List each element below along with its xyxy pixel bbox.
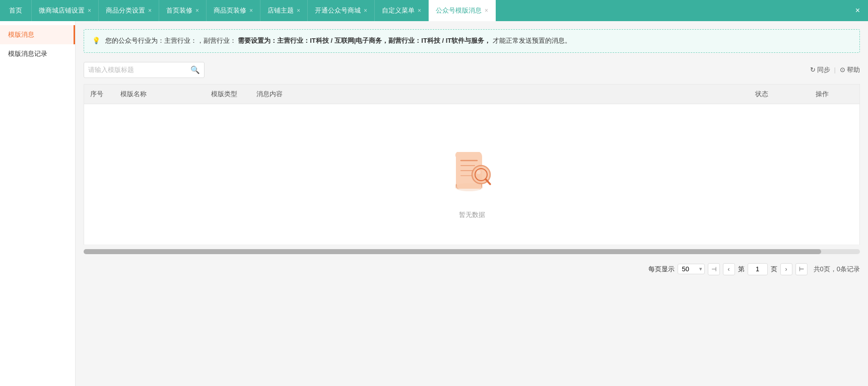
- prev-page-button[interactable]: ‹: [723, 263, 735, 275]
- sidebar: 模版消息 模版消息记录: [0, 21, 76, 386]
- toolbar-right: ↻ 同步 | ⊙ 帮助: [810, 65, 860, 74]
- last-page-button[interactable]: ⊢: [795, 263, 808, 275]
- sidebar-item-template-msg-record-label: 模版消息记录: [8, 50, 47, 57]
- close-icon-category[interactable]: ×: [148, 7, 152, 14]
- nav-tab-template-msg[interactable]: 公众号模版消息 ×: [429, 0, 496, 21]
- scrollbar-thumb[interactable]: [84, 249, 821, 254]
- col-header-index: 序号: [84, 84, 114, 104]
- nav-tab-shop-settings[interactable]: 微商城店铺设置 ×: [32, 0, 99, 21]
- page-number-input[interactable]: [748, 263, 768, 275]
- nav-tab-menu[interactable]: 自定义菜单 ×: [375, 0, 429, 21]
- notice-banner: 💡 您的公众号行业为：主营行业：，副营行业： 需要设置为：主营行业：IT科技 /…: [84, 29, 860, 53]
- pagination-row: 每页显示 50 20 100 ▾ ⊣ ‹ 第 页 › ⊢ 共0页，0条记录: [84, 258, 860, 277]
- nav-tab-mall[interactable]: 开通公众号商城 ×: [308, 0, 375, 21]
- close-icon-homepage[interactable]: ×: [195, 7, 199, 14]
- search-input-wrap: 🔍: [84, 62, 205, 78]
- data-table: 序号 模版名称 模版类型 消息内容 状态 操作: [84, 84, 860, 245]
- col-header-name: 模版名称: [114, 84, 205, 104]
- nav-tab-theme[interactable]: 店铺主题 ×: [260, 0, 308, 21]
- table-header-row: 序号 模版名称 模版类型 消息内容 状态 操作: [84, 84, 860, 104]
- sidebar-item-template-msg-label: 模版消息: [8, 31, 34, 38]
- nav-tab-mall-label: 开通公众号商城: [315, 6, 361, 15]
- close-icon-mall[interactable]: ×: [364, 7, 367, 14]
- content-area: 💡 您的公众号行业为：主营行业：，副营行业： 需要设置为：主营行业：IT科技 /…: [76, 21, 868, 386]
- first-page-button[interactable]: ⊣: [708, 263, 720, 275]
- nav-tab-category[interactable]: 商品分类设置 ×: [99, 0, 159, 21]
- close-icon-product-page[interactable]: ×: [249, 7, 253, 14]
- nav-tab-home[interactable]: 首页: [0, 0, 32, 21]
- per-page-select[interactable]: 50 20 100: [678, 264, 705, 274]
- page-suffix: 页: [771, 265, 777, 274]
- top-nav: 首页 微商城店铺设置 × 商品分类设置 × 首页装修 × 商品页装修 × 店铺主…: [0, 0, 868, 21]
- global-close-button[interactable]: ×: [847, 0, 868, 21]
- total-info: 共0页，0条记录: [814, 265, 860, 274]
- sync-button[interactable]: ↻ 同步: [810, 65, 830, 74]
- sidebar-item-template-msg[interactable]: 模版消息: [0, 25, 75, 44]
- empty-state-illustration: [442, 139, 502, 200]
- col-header-action: 操作: [810, 84, 860, 104]
- nav-tab-homepage-label: 首页装修: [166, 6, 192, 15]
- empty-text: 暂无数据: [90, 210, 853, 219]
- per-page-select-wrap: 50 20 100 ▾: [678, 264, 705, 274]
- sync-icon: ↻: [810, 66, 816, 73]
- nav-tab-menu-label: 自定义菜单: [382, 6, 415, 15]
- col-header-type: 模版类型: [205, 84, 250, 104]
- search-bar-row: 🔍 ↻ 同步 | ⊙ 帮助: [84, 62, 860, 78]
- next-page-button[interactable]: ›: [780, 263, 792, 275]
- nav-tab-product-page[interactable]: 商品页装修 ×: [207, 0, 260, 21]
- toolbar-divider: |: [834, 66, 836, 73]
- col-header-content: 消息内容: [250, 84, 749, 104]
- help-label: 帮助: [847, 65, 860, 74]
- help-button[interactable]: ⊙ 帮助: [840, 65, 860, 74]
- main-layout: 模版消息 模版消息记录 💡 您的公众号行业为：主营行业：，副营行业： 需要设置为…: [0, 21, 868, 386]
- close-icon-template-msg[interactable]: ×: [485, 7, 488, 14]
- empty-state: 暂无数据: [90, 109, 853, 240]
- sync-label: 同步: [817, 65, 830, 74]
- close-icon-menu[interactable]: ×: [418, 7, 421, 14]
- svg-point-8: [477, 170, 481, 174]
- nav-tab-category-label: 商品分类设置: [106, 6, 145, 15]
- horizontal-scrollbar[interactable]: [84, 249, 860, 254]
- search-input[interactable]: [88, 66, 188, 73]
- page-label: 第: [738, 265, 745, 274]
- nav-tab-shop-settings-label: 微商城店铺设置: [39, 6, 85, 15]
- notice-icon: 💡: [92, 37, 100, 44]
- empty-state-row: 暂无数据: [84, 104, 860, 245]
- close-icon-shop-settings[interactable]: ×: [88, 7, 91, 14]
- notice-prefix: 您的公众号行业为：主营行业：，副营行业：: [105, 37, 236, 44]
- nav-tab-theme-label: 店铺主题: [268, 6, 294, 15]
- sidebar-item-template-msg-record[interactable]: 模版消息记录: [0, 44, 75, 63]
- notice-suffix: 才能正常发送预置的消息。: [493, 37, 571, 44]
- notice-highlight: 需要设置为：主营行业：IT科技 / 互联网|电子商务，副营行业：IT科技 / I…: [238, 37, 491, 44]
- empty-state-cell: 暂无数据: [84, 104, 860, 245]
- nav-tab-product-page-label: 商品页装修: [214, 6, 246, 15]
- nav-tab-home-label: 首页: [9, 6, 22, 15]
- col-header-status: 状态: [749, 84, 810, 104]
- search-icon[interactable]: 🔍: [190, 65, 200, 74]
- nav-tab-template-msg-label: 公众号模版消息: [436, 6, 482, 15]
- help-icon: ⊙: [840, 66, 845, 73]
- close-icon-theme[interactable]: ×: [297, 7, 300, 14]
- nav-tab-homepage[interactable]: 首页装修 ×: [159, 0, 207, 21]
- per-page-label: 每页显示: [648, 265, 675, 274]
